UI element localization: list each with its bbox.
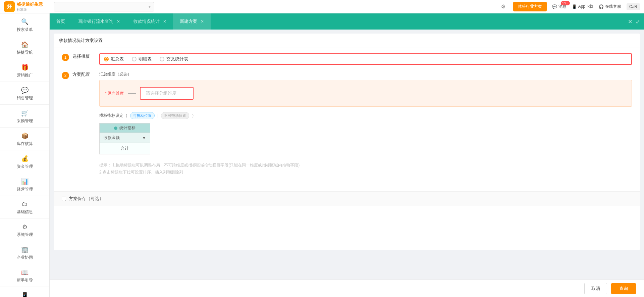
sidebar-item-label: 资金管理 [17,164,33,169]
metrics-col-sub: 合计 [100,143,150,154]
notification-button[interactable]: 💬 消息 99+ [552,4,567,9]
main-wrapper: 🔍 搜索菜单 🏠 快捷导航 🎁 营销推广 💬 销售管理 🛒 采购管理 📦 库存核… [0,13,644,297]
radio-cross-label: 交叉统计表 [166,56,188,62]
download-label: App下载 [578,4,593,9]
sidebar-item-inventory[interactable]: 📦 库存核算 [0,128,49,150]
service-label: 在线客服 [605,4,621,9]
sidebar-item-label: 营销推广 [17,72,33,78]
dimension-selector[interactable]: 请选择分组维度 [140,87,194,100]
sys-manage-icon: ⚙ [22,223,28,231]
tab-bank-flow-close[interactable]: ✕ [117,19,120,24]
sidebar-item-sys-manage[interactable]: ⚙ 系统管理 [0,218,49,241]
sidebar-item-basic-info[interactable]: 🗂 基础信息 [0,196,49,218]
section2-title: 方案配置 [72,71,93,78]
sidebar-item-label: 销售管理 [17,95,33,101]
sidebar-item-enterprise[interactable]: 🏢 企业协同 [0,241,49,264]
search-menu-icon: 🔍 [21,18,29,26]
search-icon: ▼ [148,4,152,9]
tip1: 提示： 1.拖动标题栏可以调整布局，不可跨维度或指标区域拖动栏目字段(只能在同一… [99,162,632,168]
inventory-icon: 📦 [21,132,29,140]
sidebar-item-label: 经营管理 [17,187,33,192]
sidebar-item-operations[interactable]: 📊 经营管理 [0,173,49,196]
tab-bank-flow[interactable]: 现金银行流水查询 ✕ [72,13,127,30]
section2-content: 汇总维度（必选） * 纵向维度 —— 请选择分组维度 [99,71,632,179]
tab-new-plan-close[interactable]: ✕ [201,19,204,24]
marketing-icon: 🎁 [21,64,29,71]
smart-hw-icon: 📱 [21,292,29,297]
dimension-area: * 纵向维度 —— 请选择分组维度 [99,80,632,107]
radio-cross[interactable]: 交叉统计表 [160,56,188,62]
metrics-section: 模板指标设定（ 可拖动位置 | 不可拖动位置 ） [99,112,632,154]
trial-button[interactable]: 体验行业方案 [513,2,547,11]
page-inner: 收款情况统计方案设置 1 选择模板 汇总表 [54,34,640,250]
dimension-title: 汇总维度（必选） [99,71,632,77]
tip2: 2.点击标题栏下拉可设置排序、插入列和删除列 [99,169,632,175]
message-icon: 💬 [552,4,557,9]
radio-detail-circle [132,57,137,61]
purchase-icon: 🛒 [21,109,29,117]
sidebar-item-smart-hw[interactable]: 📱 智能硬件 [0,287,49,297]
sidebar-item-finance[interactable]: 💰 资金管理 [0,150,49,173]
beginner-icon: 📖 [21,269,29,276]
top-search-container: ▼ [54,2,154,11]
section1-row: 1 选择模板 汇总表 明细表 [62,53,632,65]
top-bar: 好 畅捷通好生意 标准版 ▼ ⚙ 体验行业方案 💬 消息 99+ 📱 App下载… [0,0,644,13]
sidebar-item-sales[interactable]: 💬 销售管理 [0,82,49,105]
metrics-col-header[interactable]: 收款金额 ▼ [100,133,150,143]
metrics-close-paren: ） [192,113,196,118]
tab-collection-stat[interactable]: 收款情况统计 ✕ [127,13,173,30]
sales-icon: 💬 [21,87,29,94]
window-close-icon[interactable]: ✕ [628,18,632,25]
sidebar-item-marketing[interactable]: 🎁 营销推广 [0,59,49,82]
tab-collection-stat-close[interactable]: ✕ [163,19,166,24]
metrics-stat-label: 统计指标 [100,123,150,133]
sidebar-item-purchase[interactable]: 🛒 采购管理 [0,105,49,128]
section2-num: 2 [62,72,69,79]
search-input[interactable] [54,2,154,11]
radio-summary[interactable]: 汇总表 [104,56,124,62]
query-button[interactable]: 查询 [611,283,636,294]
page-title: 收款情况统计方案设置 [59,38,103,43]
window-expand-icon[interactable]: ⤢ [636,18,640,25]
sidebar-item-label: 快捷导航 [17,50,33,55]
radio-cross-circle [160,57,164,61]
tab-home[interactable]: 首页 [50,18,72,24]
sidebar-item-label: 基础信息 [17,209,33,215]
vertical-label: * 纵向维度 [105,91,124,96]
content-area: 首页 现金银行流水查询 ✕ 收款情况统计 ✕ 新建方案 ✕ ✕ ⤢ [50,13,644,297]
sidebar-item-label: 库存核算 [17,141,33,147]
metrics-table: 统计指标 收款金额 ▼ 合计 [99,123,150,154]
sidebar: 🔍 搜索菜单 🏠 快捷导航 🎁 营销推广 💬 销售管理 🛒 采购管理 📦 库存核… [0,13,50,297]
download-icon: 📱 [572,4,577,9]
finance-icon: 💰 [21,155,29,162]
metrics-header-text: 模板指标设定（ [99,113,127,118]
user-info[interactable]: CaR [627,3,640,10]
cancel-button[interactable]: 取消 [584,283,607,294]
radio-detail[interactable]: 明细表 [132,56,152,62]
enterprise-icon: 🏢 [21,246,29,253]
bottom-bar: 取消 查询 [50,280,644,297]
save-label: 方案保存（可选） [69,196,104,202]
section1-title: 选择模板 [72,53,93,59]
sidebar-item-label: 系统管理 [17,232,33,238]
stat-indicator [114,127,117,130]
sidebar-item-quick-nav[interactable]: 🏠 快捷导航 [0,36,49,59]
sidebar-item-search-menu[interactable]: 🔍 搜索菜单 [0,13,49,36]
sidebar-item-label: 搜索菜单 [17,27,33,33]
gear-button[interactable]: ⚙ [498,2,508,11]
notification-badge: 99+ [561,1,570,5]
download-button[interactable]: 📱 App下载 [572,4,593,9]
dim-arrow-icon: —— [128,91,136,96]
sidebar-item-label: 新手引导 [17,278,33,283]
tab-new-plan[interactable]: 新建方案 ✕ [173,13,211,30]
radio-summary-circle [104,57,109,61]
radio-summary-label: 汇总表 [111,56,124,62]
metrics-header: 模板指标设定（ 可拖动位置 | 不可拖动位置 ） [99,112,632,119]
tab-collection-stat-label: 收款情况统计 [133,18,160,24]
logo: 好 畅捷通好生意 标准版 [4,1,51,12]
save-checkbox[interactable] [62,197,66,201]
service-button[interactable]: 🎧 在线客服 [599,4,621,9]
sidebar-item-beginner[interactable]: 📖 新手引导 [0,264,49,287]
chevron-down-icon: ▼ [142,136,146,140]
page-header: 收款情况统计方案设置 [54,34,640,48]
